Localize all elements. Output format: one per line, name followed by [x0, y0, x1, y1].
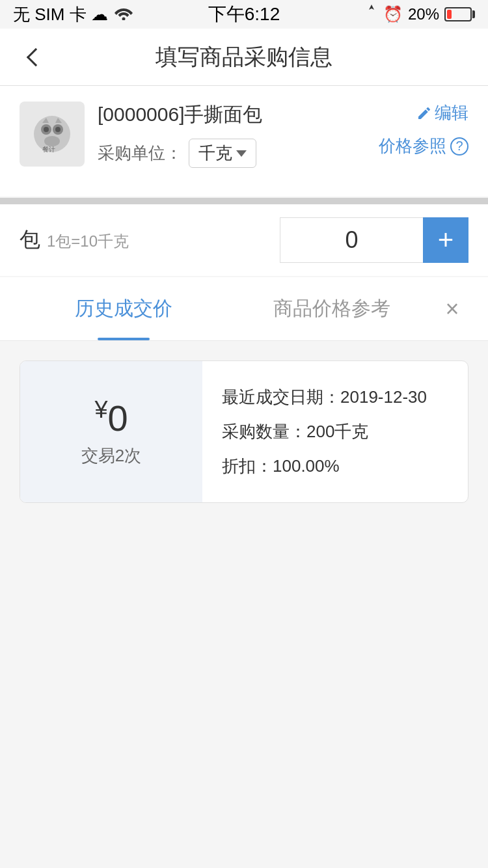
unit-value: 千克 [198, 142, 232, 165]
unit-dropdown[interactable]: 千克 [189, 139, 256, 168]
svg-point-5 [55, 127, 61, 132]
tab-history-price[interactable]: 历史成交价 [20, 277, 228, 340]
tab-price-ref-label: 商品价格参考 [273, 297, 390, 319]
svg-point-6 [44, 136, 60, 146]
discount-row: 折扣：100.00% [222, 454, 448, 479]
recent-date-label: 最近成交日期： [222, 387, 340, 407]
unit-label-text: 采购单位： [98, 142, 182, 165]
product-left: 餐计 [0000006]手撕面包 采购单位： 千克 [20, 102, 262, 168]
product-thumbnail: 餐计 [29, 111, 75, 157]
edit-button[interactable]: 编辑 [416, 102, 468, 124]
product-info: [0000006]手撕面包 采购单位： 千克 [98, 102, 262, 168]
product-header: 餐计 [0000006]手撕面包 采购单位： 千克 [20, 102, 468, 168]
trade-card: ¥0 交易2次 最近成交日期：2019-12-30 采购数量：200千克 折扣：… [20, 360, 468, 503]
tab-section: 历史成交价 商品价格参考 × [0, 277, 488, 341]
discount-label: 折扣： [222, 456, 273, 476]
trade-card-area: ¥0 交易2次 最近成交日期：2019-12-30 采购数量：200千克 折扣：… [0, 341, 488, 522]
tab-history-label: 历史成交价 [75, 297, 172, 319]
nav-bar: 填写商品采购信息 [0, 29, 488, 86]
product-unit-row: 采购单位： 千克 [98, 139, 262, 168]
tab-close-button[interactable]: × [436, 293, 468, 325]
status-bar: 无 SIM 卡 ☁ 下午6:12 ⏰ 20% [0, 0, 488, 29]
dropdown-arrow-icon [236, 150, 247, 157]
discount-value: 100.00% [273, 456, 340, 476]
purchase-quantity-label: 采购数量： [222, 422, 306, 441]
tab-header: 历史成交价 商品价格参考 × [0, 277, 488, 341]
product-image: 餐计 [20, 102, 85, 167]
alarm-icon: ⏰ [383, 5, 403, 23]
price-symbol: ¥ [94, 396, 107, 423]
tab-price-ref[interactable]: 商品价格参考 [228, 277, 436, 340]
trade-card-left: ¥0 交易2次 [20, 361, 202, 502]
status-right: ⏰ 20% [365, 5, 475, 24]
battery-icon [444, 7, 475, 21]
trade-price: ¥0 [94, 396, 128, 439]
unit-label-group: 包 1包=10千克 [20, 226, 129, 254]
trade-count: 交易2次 [81, 444, 141, 467]
status-left: 无 SIM 卡 ☁ [13, 3, 134, 26]
info-icon: ? [450, 137, 468, 156]
price-ref-button[interactable]: 价格参照 ? [379, 135, 468, 157]
status-time: 下午6:12 [208, 2, 280, 27]
product-actions: 编辑 价格参照 ? [379, 102, 468, 157]
recent-date-value: 2019-12-30 [340, 387, 427, 407]
edit-icon [416, 105, 432, 121]
back-button[interactable] [20, 41, 52, 74]
svg-point-0 [122, 17, 125, 20]
back-arrow-icon [27, 47, 45, 66]
price-ref-label: 价格参照 [379, 135, 446, 157]
carrier-text: 无 SIM 卡 ☁ [13, 3, 108, 26]
unit-main: 包 [20, 226, 40, 254]
location-icon [365, 5, 378, 24]
quantity-row: 包 1包=10千克 0 + [0, 204, 488, 276]
product-name: [0000006]手撕面包 [98, 102, 262, 128]
trade-card-right: 最近成交日期：2019-12-30 采购数量：200千克 折扣：100.00% [202, 361, 468, 502]
price-value: 0 [107, 398, 128, 439]
battery-percent: 20% [408, 5, 439, 23]
unit-sub: 1包=10千克 [47, 231, 129, 252]
section-divider [0, 198, 488, 204]
plus-button[interactable]: + [423, 217, 468, 263]
svg-text:餐计: 餐计 [42, 146, 55, 153]
page-title: 填写商品采购信息 [156, 42, 332, 72]
edit-label: 编辑 [435, 102, 468, 124]
quantity-control: 0 + [280, 217, 468, 263]
recent-date-row: 最近成交日期：2019-12-30 [222, 385, 448, 410]
purchase-quantity-row: 采购数量：200千克 [222, 419, 448, 444]
content-area: ¥0 交易2次 最近成交日期：2019-12-30 采购数量：200千克 折扣：… [0, 341, 488, 731]
product-card: 餐计 [0000006]手撕面包 采购单位： 千克 [0, 86, 488, 197]
wifi-icon [113, 5, 134, 25]
quantity-input[interactable]: 0 [280, 217, 423, 263]
purchase-quantity-value: 200千克 [306, 422, 368, 441]
svg-point-4 [44, 127, 49, 132]
